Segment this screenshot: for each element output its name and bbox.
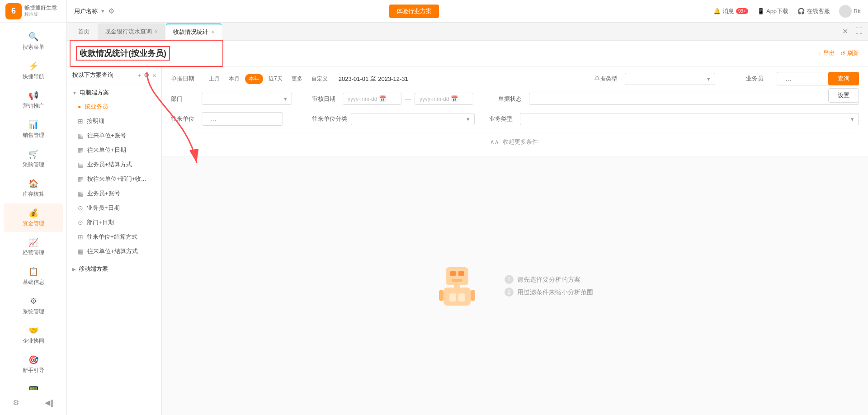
date-shortcut-more[interactable]: 更多 xyxy=(288,74,306,84)
scheme-item-salesman-date[interactable]: ⊙ 业务员+日期 xyxy=(67,201,161,215)
scheme-item-salesman-account[interactable]: ▦ 业务员+账号 xyxy=(67,186,161,201)
scheme-item-unit-settle2[interactable]: ▦ 往来单位+结算方式 xyxy=(67,244,161,259)
cashflow-tab-close[interactable]: × xyxy=(155,28,158,35)
counterpart-category-label: 往来单位分类 xyxy=(312,115,347,123)
sidebar-item-hardware[interactable]: 📟 智能硬件 xyxy=(4,380,63,390)
sidebar-item-inventory[interactable]: 🏠 库存核算 xyxy=(4,174,63,203)
collab-icon: 🤝 xyxy=(28,325,38,335)
app-download-action[interactable]: 📱 App下载 xyxy=(757,7,788,15)
filter-row-1: 单据日期 上月 本月 本年 近7天 更多 自定义 2023-01-01 至 xyxy=(171,72,859,85)
voucher-status-select[interactable]: ▾ xyxy=(529,93,859,105)
counterpart-category-select[interactable]: ▾ xyxy=(351,113,475,125)
sidebar-item-marketing[interactable]: 📢 营销推广 xyxy=(4,86,63,114)
scheme-item-label: 往来单位+日期 xyxy=(87,146,126,154)
dept-select[interactable]: ▾ xyxy=(202,93,292,105)
top-header: 用户名称 ▾ ⚙ 体验行业方案 🔔 消息 99+ 📱 App下载 🎧 在线客服 xyxy=(67,0,868,23)
sidebar-item-search[interactable]: 🔍 搜索菜单 xyxy=(4,27,63,56)
scheme-settings-icon[interactable]: ⚙ xyxy=(144,71,150,79)
messages-action[interactable]: 🔔 消息 99+ xyxy=(713,7,748,15)
set-button[interactable]: 设置 xyxy=(828,88,859,103)
voucher-type-label: 单据类型 xyxy=(594,75,621,83)
scheme-add-icon[interactable]: + xyxy=(137,71,141,79)
export-button[interactable]: ↑ 导出 xyxy=(819,49,835,57)
scheme-item-icon: ⊞ xyxy=(78,233,83,241)
scheme-item-salesman-settle[interactable]: ▤ 业务员+结算方式 xyxy=(67,157,161,172)
refresh-button[interactable]: ↺ 刷新 xyxy=(840,49,859,57)
sidebar-nav: 🔍 搜索菜单 ⚡ 快捷导航 📢 营销推广 📊 销售管理 🛒 采购管理 🏠 xyxy=(0,23,66,390)
date-shortcut-custom[interactable]: 自定义 xyxy=(308,74,331,84)
audit-date-to-picker[interactable]: yyyy-mm-dd 📅 xyxy=(415,93,473,105)
tab-cashflow[interactable]: 现金银行流水查询 × xyxy=(98,24,165,40)
date-shortcut-this-year[interactable]: 本年 xyxy=(245,74,263,84)
scheme-item-unit-dept[interactable]: ▦ 按往来单位+部门+收... xyxy=(67,172,161,186)
sidebar-item-quicknav[interactable]: ⚡ 快捷导航 xyxy=(4,57,63,85)
svg-rect-7 xyxy=(449,293,456,302)
receipts-tab-close[interactable]: × xyxy=(211,29,214,35)
sidebar-item-system[interactable]: ⚙ 系统管理 xyxy=(4,292,63,320)
quicknav-icon: ⚡ xyxy=(28,61,38,71)
collapse-chevron-icon: ∧∧ xyxy=(490,138,499,145)
scheme-item-icon: ⊞ xyxy=(78,118,83,125)
sidebar-item-basic[interactable]: 📋 基础信息 xyxy=(4,262,63,291)
scheme-item-icon: ⊙ xyxy=(78,204,83,212)
tab-home[interactable]: 首页 xyxy=(71,24,97,40)
svg-rect-3 xyxy=(452,279,462,282)
section-arrow-collapsed-icon: ▶ xyxy=(72,267,76,272)
empty-state: 1 请先选择要分析的方案 2 用过滤条件来缩小分析范围 xyxy=(437,263,593,309)
sidebar-item-collab[interactable]: 🤝 企业协同 xyxy=(4,321,63,349)
online-service-action[interactable]: 🎧 在线客服 xyxy=(797,7,830,15)
inventory-icon: 🏠 xyxy=(28,179,38,189)
svg-rect-0 xyxy=(446,267,468,285)
sidebar-item-label: 快捷导航 xyxy=(23,73,44,80)
collapse-bar[interactable]: ∧∧ 收起更多条件 xyxy=(171,133,859,151)
date-to-label: 2023-12-31 xyxy=(378,75,408,82)
date-shortcut-7days[interactable]: 近7天 xyxy=(265,74,286,84)
query-button[interactable]: 查询 xyxy=(828,72,859,85)
empty-steps: 1 请先选择要分析的方案 2 用过滤条件来缩小分析范围 xyxy=(505,273,593,298)
search-icon: 🔍 xyxy=(28,32,38,42)
scheme-item-unit-account[interactable]: ▦ 往来单位+账号 xyxy=(67,128,161,143)
scheme-item-unit-date[interactable]: ▦ 往来单位+日期 xyxy=(67,143,161,157)
tab-receipts[interactable]: 收款情况统计 × xyxy=(166,24,222,40)
counterpart-select[interactable]: ... xyxy=(202,112,283,126)
sidebar-item-newbie[interactable]: 🎯 新手引导 xyxy=(4,350,63,379)
scheme-item-label: 往来单位+结算方式 xyxy=(87,247,138,255)
sidebar: 6 畅捷通好生意 标准版 🔍 搜索菜单 ⚡ 快捷导航 📢 营销推广 📊 销 xyxy=(0,0,67,415)
sidebar-item-sales[interactable]: 📊 销售管理 xyxy=(4,115,63,144)
maximize-window-btn[interactable]: ⛶ xyxy=(854,25,864,38)
voucher-type-select[interactable]: ▾ xyxy=(625,73,715,85)
date-shortcut-this-month[interactable]: 本月 xyxy=(225,74,243,84)
sidebar-item-finance[interactable]: 💰 资金管理 xyxy=(4,203,63,232)
counterpart-more-icon[interactable]: ... xyxy=(208,115,218,123)
robot-svg xyxy=(437,263,477,308)
scheme-item-detail[interactable]: ⊞ 按明细 xyxy=(67,114,161,128)
header-right: 🔔 消息 99+ 📱 App下载 🎧 在线客服 Rit xyxy=(713,5,861,18)
date-shortcut-last-month[interactable]: 上月 xyxy=(205,74,223,84)
user-profile-action[interactable]: Rit xyxy=(839,5,861,18)
scheme-item-icon: ▤ xyxy=(78,161,84,168)
scheme-item-unit-settle1[interactable]: ⊞ 往来单位+结算方式 xyxy=(67,230,161,244)
scheme-item-label: 业务员+结算方式 xyxy=(87,160,132,169)
biz-type-select[interactable]: ▾ xyxy=(520,113,859,125)
close-window-btn[interactable]: ✕ xyxy=(840,25,850,38)
empty-step-1: 1 请先选择要分析的方案 xyxy=(505,273,593,286)
trial-button[interactable]: 体验行业方案 xyxy=(389,5,439,18)
sidebar-item-purchase[interactable]: 🛒 采购管理 xyxy=(4,145,63,173)
step2-label: 用过滤条件来缩小分析范围 xyxy=(517,286,593,298)
operation-icon: 📈 xyxy=(28,237,38,247)
scheme-item-icon: ▦ xyxy=(78,248,84,255)
salesman-more-icon[interactable]: ... xyxy=(783,75,793,83)
scheme-item-salesman[interactable]: ● 按业务员 xyxy=(67,99,161,114)
collapse-sidebar-btn[interactable]: ◀‖ xyxy=(42,396,57,410)
header-gear-icon[interactable]: ⚙ xyxy=(108,7,114,15)
sidebar-item-label: 库存核算 xyxy=(23,190,44,198)
scheme-section-desktop[interactable]: ▼ 电脑端方案 xyxy=(67,86,161,99)
scheme-collapse-icon[interactable]: « xyxy=(152,71,156,79)
scheme-section-mobile[interactable]: ▶ 移动端方案 xyxy=(67,262,161,276)
logo-icon: 6 xyxy=(5,3,22,19)
settings-bottom-btn[interactable]: ⚙ xyxy=(10,396,22,410)
header-chevron-icon[interactable]: ▾ xyxy=(101,8,104,14)
sidebar-item-operation[interactable]: 📈 经营管理 xyxy=(4,233,63,261)
scheme-item-dept-date[interactable]: ⊙ 部门+日期 xyxy=(67,215,161,230)
audit-date-from-picker[interactable]: yyyy-mm-dd 📅 xyxy=(343,93,401,105)
